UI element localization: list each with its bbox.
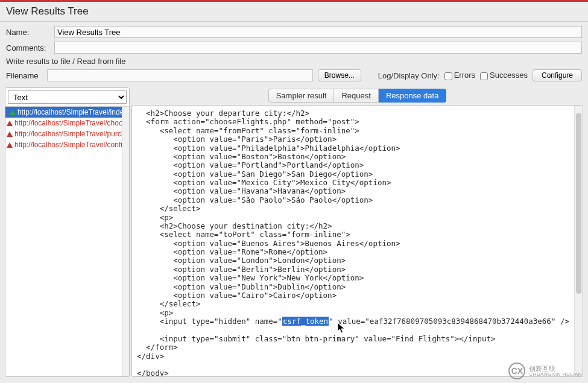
tab-request[interactable]: Request — [334, 89, 378, 103]
tree-scrollbar[interactable] — [122, 107, 129, 376]
scrollbar-thumb[interactable] — [576, 113, 581, 294]
comments-input[interactable] — [54, 42, 582, 54]
filename-label: Filename — [6, 71, 42, 80]
write-results-group-label: Write results to file / Read from file — [0, 55, 588, 67]
successes-checkbox[interactable] — [480, 72, 488, 80]
tree-item[interactable]: http://localhost/SimpleTravel/chooseFlig… — [5, 118, 122, 128]
results-tree[interactable]: ▸http://localhost/SimpleTravel/index.php… — [5, 107, 122, 376]
tree-item[interactable]: ▸http://localhost/SimpleTravel/index.php — [5, 107, 122, 118]
log-display-label: Log/Display Only: — [378, 71, 440, 80]
page-title: View Results Tree — [0, 2, 588, 20]
highlighted-text: csrf_token — [282, 317, 329, 326]
error-icon — [7, 142, 13, 148]
name-label: Name: — [6, 28, 54, 37]
watermark: CX 创新互联 CHUANGXIN HULIAN — [508, 362, 582, 379]
tree-item-label: http://localhost/SimpleTravel/confirmPur… — [14, 141, 122, 149]
response-pane: <h2>Choose your departure city:</h2> <fo… — [131, 105, 583, 377]
browse-button[interactable]: Browse... — [318, 69, 361, 81]
comments-label: Comments: — [6, 43, 54, 52]
watermark-badge: CX — [508, 362, 525, 379]
tree-item-label: http://localhost/SimpleTravel/chooseFlig… — [14, 119, 122, 127]
render-mode-select[interactable]: Text — [8, 90, 127, 104]
response-scrollbar[interactable] — [574, 106, 583, 376]
tree-item-label: http://localhost/SimpleTravel/purchaseFl… — [14, 130, 122, 138]
configure-button[interactable]: Configure — [533, 69, 582, 81]
results-tree-panel: Text ▸http://localhost/SimpleTravel/inde… — [5, 87, 130, 377]
tab-sampler-result[interactable]: Sampler result — [268, 89, 335, 103]
tree-item[interactable]: http://localhost/SimpleTravel/confirmPur… — [5, 139, 122, 150]
error-icon — [7, 121, 13, 126]
tree-item-label: http://localhost/SimpleTravel/index.php — [17, 108, 122, 116]
name-input[interactable] — [54, 26, 582, 38]
errors-checkbox-label[interactable]: Errors — [444, 71, 475, 80]
success-icon — [10, 110, 16, 115]
tree-item[interactable]: http://localhost/SimpleTravel/purchaseFl… — [5, 128, 122, 139]
response-text[interactable]: <h2>Choose your departure city:</h2> <fo… — [132, 106, 574, 376]
errors-checkbox[interactable] — [444, 72, 452, 80]
filename-input[interactable] — [47, 69, 313, 81]
tab-response-data[interactable]: Response data — [379, 89, 446, 103]
error-icon — [7, 131, 13, 137]
successes-checkbox-label[interactable]: Successes — [480, 71, 528, 80]
